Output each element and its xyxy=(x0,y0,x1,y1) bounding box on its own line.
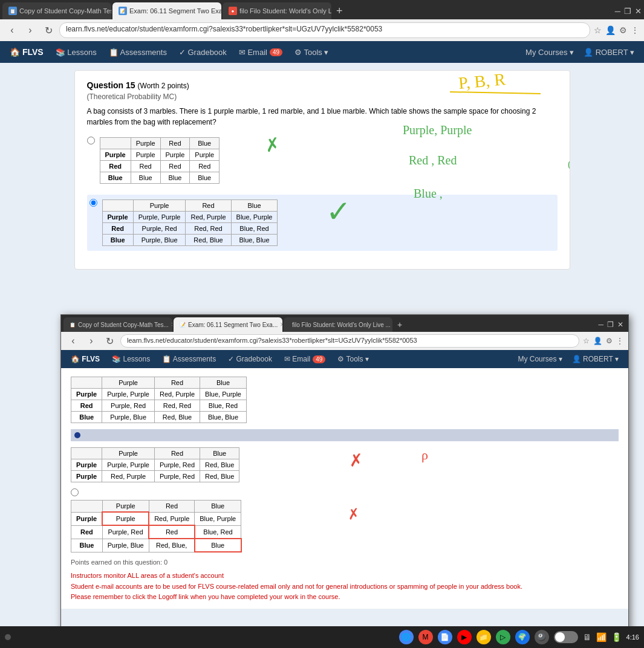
bottom-table-option-4: Purple Red Blue Purple Purple Red, Purpl… xyxy=(71,500,242,552)
youtube-icon[interactable]: ▶ xyxy=(457,630,472,644)
bookmark-star-icon[interactable]: ☆ xyxy=(594,25,602,35)
extensions-icon[interactable]: ⚙ xyxy=(619,25,627,35)
minimize-icon[interactable]: ─ xyxy=(615,7,620,16)
bottom-tab-close-2[interactable]: × xyxy=(280,320,282,329)
cell-rb-2: Blue, Red xyxy=(231,223,278,235)
bottom-tab-3[interactable]: filo Filo Student: World's Only Live ...… xyxy=(284,317,392,332)
bottom-cell-3b-pb: Red, Blue xyxy=(200,471,239,482)
bottom-tab-1[interactable]: 📋 Copy of Student Copy-Math Tes... × xyxy=(63,317,172,332)
bottom-restore-icon[interactable]: ❐ xyxy=(607,320,614,329)
cell-rr-1: Red xyxy=(160,161,190,172)
browser-window-top: 📋 Copy of Student Copy-Math Tes... × 📝 E… xyxy=(0,0,644,63)
cell-br-1: Blue xyxy=(160,172,190,184)
cell-bp-2: Purple, Blue xyxy=(133,235,186,246)
nav-robert[interactable]: 👤 ROBERT ▾ xyxy=(584,48,634,57)
bottom-minimize-icon[interactable]: ─ xyxy=(598,320,603,329)
annotation-p-opt3: ρ xyxy=(421,447,428,463)
bottom-option4-radio-section[interactable] xyxy=(71,488,619,496)
cell-rp-2: Purple, Red xyxy=(133,223,186,235)
svg-text:(P, P)(R,P)(B,P): (P, P)(R,P)(B,P) xyxy=(568,159,570,170)
row-purple-1: Purple xyxy=(100,149,131,161)
bottom-cell-3a-pb: Red, Blue xyxy=(200,459,239,471)
bottom-nav-my-courses[interactable]: My Courses ▾ xyxy=(518,355,562,363)
restore-icon[interactable]: ❐ xyxy=(624,7,631,16)
bottom-url-input[interactable]: learn.flvs.net/educator/student/examform… xyxy=(120,334,579,348)
cell-pp-2: Purple, Purple xyxy=(133,212,186,223)
battery-icon[interactable]: 🔋 xyxy=(611,632,622,642)
toggle-switch[interactable] xyxy=(554,631,578,643)
answer-option-1[interactable]: Purple Red Blue Purple Purple Purple Pur… xyxy=(87,135,558,186)
flvs-navbar: 🏠 FLVS 📚 Lessons 📋 Assessments ✓ Gradebo… xyxy=(0,41,644,63)
bottom-profile-icon[interactable]: 👤 xyxy=(593,337,602,345)
flvs-logo[interactable]: 🏠 FLVS xyxy=(10,47,44,57)
bottom-col-blue-2: Blue xyxy=(200,377,247,389)
taskbar: 🌐 M 📄 ▶ 📁 ▷ 🌍 🎱 🖥 📶 🔋 4:16 xyxy=(0,626,644,648)
bottom-col-purple-2: Purple xyxy=(102,377,155,389)
menu-icon[interactable]: ⋮ xyxy=(631,25,639,35)
radio-option-2[interactable] xyxy=(89,199,97,207)
radio-option-1[interactable] xyxy=(87,137,95,144)
earth-icon[interactable]: 🌍 xyxy=(515,630,530,644)
question-type: (Theoretical Probability MC) xyxy=(87,92,558,101)
nav-tools[interactable]: ⚙ Tools ▾ xyxy=(294,48,328,57)
bottom-email-badge: 49 xyxy=(313,355,325,363)
bottom-nav-assessments[interactable]: 📋 Assessments xyxy=(162,355,216,363)
bottom-nav-robert[interactable]: 👤 ROBERT ▾ xyxy=(572,355,619,363)
tab-filo[interactable]: ● filo Filo Student: World's Only Li... … xyxy=(223,2,331,19)
bottom-back-button[interactable]: ‹ xyxy=(66,335,80,346)
tab-copy-math[interactable]: 📋 Copy of Student Copy-Math Tes... × xyxy=(2,2,111,19)
bottom-menu-icon[interactable]: ⋮ xyxy=(616,337,623,345)
files-icon[interactable]: 📁 xyxy=(476,630,491,644)
back-button[interactable]: ‹ xyxy=(5,25,19,36)
bottom-flvs-logo[interactable]: 🏠 FLVS xyxy=(71,355,100,363)
bottom-nav-gradebook[interactable]: ✓ Gradebook xyxy=(228,355,272,363)
bottom-tab-bar: 📋 Copy of Student Copy-Math Tes... × 📝 E… xyxy=(61,315,628,332)
bottom-new-tab-button[interactable]: + xyxy=(394,320,406,329)
bottom-cell-br-4: Red, Blue, xyxy=(149,539,195,552)
col-header-blue-2: Blue xyxy=(231,200,278,212)
cell-rb-1: Red xyxy=(190,161,220,172)
annotation-x-opt3: ✗ xyxy=(348,450,364,471)
question-card: Question 15 (Worth 2 points) (Theoretica… xyxy=(74,70,570,270)
bottom-close-icon[interactable]: ✕ xyxy=(617,320,623,329)
monitor-icon[interactable]: 🖥 xyxy=(583,632,591,642)
nav-gradebook[interactable]: ✓ Gradebook xyxy=(179,48,227,57)
bottom-extensions-icon[interactable]: ⚙ xyxy=(606,337,613,345)
bottom-forward-button[interactable]: › xyxy=(84,335,99,346)
bottom-nav-lessons[interactable]: 📚 Lessons xyxy=(112,355,150,363)
url-input[interactable]: learn.flvs.net/educator/student/examform… xyxy=(59,22,590,38)
chromeball-icon[interactable]: 🎱 xyxy=(535,630,549,644)
tab-exam[interactable]: 📝 Exam: 06.11 Segment Two Exa... × xyxy=(112,2,221,19)
bottom-cell-3a-pp: Purple, Purple xyxy=(102,459,155,471)
docs-icon[interactable]: 📄 xyxy=(438,630,452,644)
bottom-option3-section: Purple Red Blue Purple Purple, Purple Pu… xyxy=(71,447,619,482)
new-tab-button[interactable]: + xyxy=(333,5,346,18)
bottom-tab-close-1[interactable]: × xyxy=(171,320,172,329)
bottom-reload-button[interactable]: ↻ xyxy=(102,335,117,347)
answer-option-2[interactable]: Purple Red Blue Purple Purple, Purple Re… xyxy=(87,195,558,251)
bottom-cell-bp-2: Purple, Blue xyxy=(102,412,155,423)
bottom-tab-2[interactable]: 📝 Exam: 06.11 Segment Two Exa... × xyxy=(174,317,282,332)
chrome-icon[interactable]: 🌐 xyxy=(399,630,414,644)
bottom-nav-email[interactable]: ✉ Email 49 xyxy=(284,355,325,363)
bottom-nav-tools[interactable]: ⚙ Tools ▾ xyxy=(337,355,368,363)
gmail-icon[interactable]: M xyxy=(418,630,433,644)
bottom-cell-rr-2: Red, Red xyxy=(154,400,200,412)
bottom-cell-pr-4: Red, Purple xyxy=(149,512,195,525)
close-icon[interactable]: ✕ xyxy=(635,7,642,16)
bottom-row-purple-3a: Purple xyxy=(71,459,102,471)
nav-assessments[interactable]: 📋 Assessments xyxy=(109,48,167,57)
nav-my-courses[interactable]: My Courses ▾ xyxy=(525,48,574,57)
play-store-icon[interactable]: ▷ xyxy=(496,630,510,644)
reload-button[interactable]: ↻ xyxy=(41,25,56,36)
bottom-star-icon[interactable]: ☆ xyxy=(583,337,590,345)
wifi-icon[interactable]: 📶 xyxy=(596,632,607,642)
bottom-row-purple-2: Purple xyxy=(71,389,102,400)
profile-icon[interactable]: 👤 xyxy=(605,25,616,35)
bottom-cell-rr-4: Red xyxy=(149,525,195,539)
nav-lessons[interactable]: 📚 Lessons xyxy=(56,48,97,57)
bottom-radio-opt4[interactable] xyxy=(71,488,79,496)
nav-email[interactable]: ✉ Email 49 xyxy=(239,48,282,57)
selected-radio-bar xyxy=(71,429,619,441)
forward-button[interactable]: › xyxy=(23,25,37,36)
